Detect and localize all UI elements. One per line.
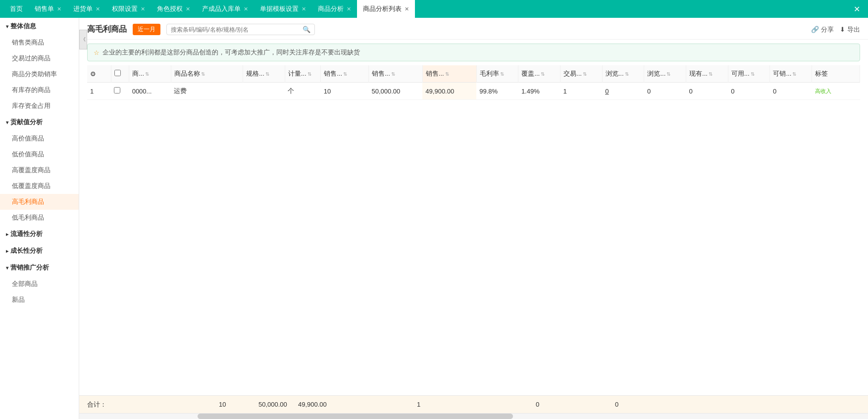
cell-sales-cost: 49,900.00 (422, 83, 476, 100)
sort-icon[interactable]: ⇅ (500, 71, 504, 77)
sort-icon[interactable]: ⇅ (751, 71, 755, 77)
sidebar-item-new-goods[interactable]: 新品 (0, 292, 79, 308)
nav-tab-sales[interactable]: 销售单 ✕ (29, 0, 67, 18)
sort-icon[interactable]: ⇅ (391, 71, 395, 77)
sidebar-item-all-goods[interactable]: 全部商品 (0, 276, 79, 292)
footer-empty5 (572, 401, 612, 408)
sort-icon[interactable]: ⇅ (445, 71, 449, 77)
select-all-checkbox[interactable] (114, 70, 121, 76)
sidebar-item-high-coverage[interactable]: 高覆盖度商品 (0, 162, 79, 178)
nav-tab-template[interactable]: 单据模板设置 ✕ (254, 0, 312, 18)
app-root: 首页 销售单 ✕ 进货单 ✕ 权限设置 ✕ 角色授权 ✕ 产成品入库单 ✕ 单据… (0, 0, 868, 419)
nav-tab-product-inbound[interactable]: 产成品入库单 ✕ (196, 0, 254, 18)
close-icon[interactable]: ✕ (186, 6, 190, 12)
filter-month-button[interactable]: 近一月 (133, 24, 160, 35)
sidebar-section-circulation[interactable]: ▸ 流通性分析 (0, 226, 79, 242)
col-stock-available: 可用... ⇅ (728, 65, 770, 83)
sort-icon[interactable]: ⇅ (145, 71, 149, 77)
chevron-down-icon: ▾ (6, 24, 8, 29)
close-icon[interactable]: ✕ (347, 6, 351, 12)
nav-tab-analysis-list[interactable]: 商品分析列表 ✕ (357, 0, 415, 18)
search-input[interactable] (171, 26, 303, 33)
export-icon: ⬇ (840, 26, 845, 33)
share-button[interactable]: 🔗 分享 (811, 25, 834, 34)
col-sales-cost: 销售... ⇅ (422, 65, 476, 83)
cell-coverage: 1.49% (518, 83, 561, 100)
sidebar-item-stock-capital[interactable]: 库存资金占用 (0, 98, 79, 114)
sort-icon[interactable]: ⇅ (541, 71, 545, 77)
sidebar: ▾ 整体信息 销售类商品 交易过的商品 商品分类助销率 有库存的商品 库存资金占… (0, 18, 79, 419)
col-stock-current: 现有... ⇅ (686, 65, 728, 83)
chevron-right-icon: ▸ (6, 232, 8, 237)
sidebar-item-low-gross[interactable]: 低毛利商品 (0, 210, 79, 226)
sort-icon[interactable]: ⇅ (666, 71, 670, 77)
views1-link[interactable]: 0 (605, 88, 609, 95)
cell-spec (243, 83, 285, 100)
sort-icon[interactable]: ⇅ (709, 71, 713, 77)
cell-views2: 0 (644, 83, 686, 100)
col-code: 商... ⇅ (129, 65, 171, 83)
settings-icon[interactable]: ⚙ (90, 70, 96, 78)
export-button[interactable]: ⬇ 导出 (840, 25, 860, 34)
chevron-down-icon: ▾ (6, 120, 8, 125)
close-icon[interactable]: ✕ (141, 6, 145, 12)
main-container: ▾ 整体信息 销售类商品 交易过的商品 商品分类助销率 有库存的商品 库存资金占… (0, 18, 868, 419)
row-checkbox[interactable] (114, 87, 120, 93)
sidebar-toggle-button[interactable]: 《 (79, 30, 87, 49)
sort-icon[interactable]: ⇅ (343, 71, 347, 77)
cell-checkbox (111, 83, 129, 100)
sort-icon[interactable]: ⇅ (625, 71, 629, 77)
nav-tab-permission[interactable]: 权限设置 ✕ (106, 0, 151, 18)
bottom-scrollbar[interactable] (79, 413, 868, 419)
cell-views1: 0 (602, 83, 644, 100)
cell-code: 0000... (129, 83, 171, 100)
table-header-row: ⚙ 商... ⇅ (87, 65, 860, 83)
footer-empty3 (454, 401, 493, 408)
sidebar-section-marketing[interactable]: ▾ 营销推广分析 (0, 259, 79, 276)
close-icon[interactable]: ✕ (302, 6, 306, 12)
footer-sales-amount: 50,000.00 (255, 401, 295, 408)
nav-tab-purchase[interactable]: 进货单 ✕ (67, 0, 106, 18)
cell-stock-available: 0 (728, 83, 770, 100)
sidebar-item-low-value[interactable]: 低价值商品 (0, 146, 79, 162)
col-spec: 规格... ⇅ (243, 65, 285, 83)
footer-stock-current: 0 (533, 401, 572, 408)
tag-label: 高收入 (815, 88, 831, 94)
sidebar-item-category-rate[interactable]: 商品分类助销率 (0, 66, 79, 82)
sort-icon[interactable]: ⇅ (265, 71, 269, 77)
footer-row: 合计： 10 50,000.00 49,900.00 1 0 0 (79, 395, 868, 413)
page-title: 高毛利商品 (87, 24, 127, 35)
cell-transactions: 1 (561, 83, 603, 100)
footer-stock-sellable: 0 (612, 401, 652, 408)
sidebar-item-high-gross[interactable]: 高毛利商品 (0, 194, 79, 210)
search-icon[interactable]: 🔍 (303, 26, 310, 33)
cell-unit: 个 (285, 83, 321, 100)
sidebar-item-high-value[interactable]: 高价值商品 (0, 131, 79, 146)
footer-values: 10 50,000.00 49,900.00 1 0 0 (216, 401, 652, 408)
sidebar-section-growth[interactable]: ▸ 成长性分析 (0, 242, 79, 259)
content-header: 高毛利商品 近一月 🔍 🔗 分享 ⬇ 导出 (79, 18, 868, 40)
sidebar-item-stock-goods[interactable]: 有库存的商品 (0, 82, 79, 98)
close-icon[interactable]: ✕ (57, 6, 61, 12)
sort-icon[interactable]: ⇅ (201, 71, 205, 77)
sidebar-item-low-coverage[interactable]: 低覆盖度商品 (0, 178, 79, 194)
nav-tab-role[interactable]: 角色授权 ✕ (151, 0, 196, 18)
footer-transactions: 1 (414, 401, 454, 408)
share-icon: 🔗 (811, 26, 819, 33)
sidebar-item-sales-goods[interactable]: 销售类商品 (0, 35, 79, 50)
table-container: ⚙ 商... ⇅ (79, 65, 868, 395)
sidebar-section-contribution[interactable]: ▾ 贡献值分析 (0, 114, 79, 131)
cell-name: 运费 (171, 83, 243, 100)
close-icon[interactable]: ✕ (405, 6, 409, 12)
col-name: 商品名称 ⇅ (171, 65, 243, 83)
nav-tab-home[interactable]: 首页 (4, 0, 29, 18)
sort-icon[interactable]: ⇅ (583, 71, 587, 77)
sort-icon[interactable]: ⇅ (307, 71, 311, 77)
sort-icon[interactable]: ⇅ (792, 71, 796, 77)
close-icon[interactable]: ✕ (96, 6, 100, 12)
sidebar-item-traded-goods[interactable]: 交易过的商品 (0, 50, 79, 66)
sidebar-section-overall[interactable]: ▾ 整体信息 (0, 18, 79, 35)
nav-close-all-button[interactable]: ✕ (850, 4, 864, 14)
close-icon[interactable]: ✕ (244, 6, 248, 12)
nav-tab-analysis[interactable]: 商品分析 ✕ (312, 0, 357, 18)
